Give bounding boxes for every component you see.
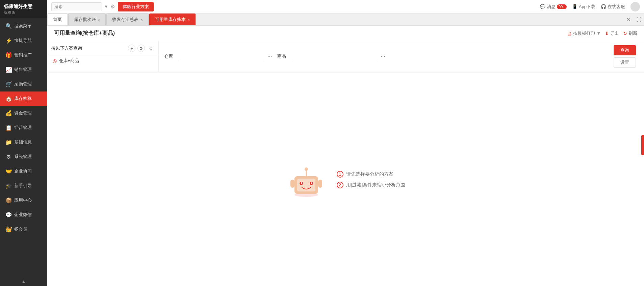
page-title: 可用量查询(按仓库+商品): [54, 30, 115, 37]
cart-icon: 🛒: [5, 81, 11, 87]
app-download-label: App下载: [579, 4, 595, 10]
tab-available-ledger-label: 可用量库存账本: [155, 17, 186, 23]
sidebar-item-search[interactable]: 🔍 搜索菜单: [0, 19, 47, 33]
sidebar-item-marketing[interactable]: 🎁 营销推广: [0, 48, 47, 62]
scheme-item-warehouse-goods[interactable]: ◎ 仓库+商品: [47, 55, 158, 67]
headset-icon: 🎧: [601, 4, 606, 9]
sidebar-item-enterprise-wechat[interactable]: 💬 企业微信: [0, 208, 47, 222]
page-content: 可用量查询(按仓库+商品) 🖨 按模板打印 ▼ ⬇ 导出 ↻ 刷新: [47, 26, 644, 286]
topbar-actions: 💬 消息 99+ 📱 App下载 🎧 在线客服: [540, 2, 640, 11]
warehouse-filter-ellipsis[interactable]: ···: [266, 53, 273, 59]
search-input[interactable]: [51, 2, 102, 11]
sidebar: 畅康通好生意 标准版 🔍 搜索菜单 ⚡ 快捷导航 🎁 营销推广 📈 销售管理 🛒…: [0, 0, 47, 286]
export-btn-label: 导出: [610, 30, 619, 36]
dropdown-icon[interactable]: ▼: [104, 4, 108, 9]
brand-tag: 标准版: [4, 10, 43, 15]
right-eye-shine: [311, 182, 312, 184]
refresh-btn-label: 刷新: [628, 30, 637, 36]
maximize-button[interactable]: ⛶: [634, 17, 644, 22]
sidebar-item-basic-info[interactable]: 📁 基础信息: [0, 135, 47, 150]
action-buttons: 查询 设置: [614, 45, 639, 68]
app-download-button[interactable]: 📱 App下载: [572, 4, 595, 10]
sidebar-item-shortcut[interactable]: ⚡ 快捷导航: [0, 33, 47, 48]
settings-scheme-button[interactable]: ⚙: [137, 45, 145, 52]
tab-home[interactable]: 首页: [47, 14, 68, 25]
sidebar-item-label: 畅会员: [14, 226, 27, 232]
sidebar-item-label: 经营管理: [14, 125, 32, 131]
print-template-button[interactable]: 🖨 按模板打印 ▼: [567, 30, 601, 36]
industry-solution-button[interactable]: 体验行业方案: [118, 2, 154, 11]
collapse-scheme-button[interactable]: «: [147, 45, 154, 52]
tab-batch-account-close[interactable]: ×: [98, 18, 100, 22]
search-icon: 🔍: [5, 23, 11, 29]
chart-icon: 📈: [5, 67, 11, 73]
settings-icon[interactable]: ⚙: [110, 3, 115, 10]
tab-batch-account-label: 库存批次账: [74, 17, 96, 23]
sidebar-item-label: 快捷导航: [14, 37, 32, 44]
sidebar-item-system[interactable]: ⚙ 系统管理: [0, 150, 47, 164]
warehouse-filter-input[interactable]: [180, 52, 264, 61]
handshake-icon: 🤝: [5, 168, 11, 175]
export-button[interactable]: ⬇ 导出: [605, 30, 619, 36]
goods-filter-ellipsis[interactable]: ···: [379, 53, 386, 59]
arm-right: [318, 180, 322, 188]
refresh-button[interactable]: ↻ 刷新: [623, 30, 637, 36]
sidebar-item-finance[interactable]: 💰 资金管理: [0, 106, 47, 121]
add-scheme-button[interactable]: +: [128, 45, 135, 52]
empty-hint-2: 2 用[过滤]条件来缩小分析范围: [337, 182, 406, 188]
sidebar-item-purchase[interactable]: 🛒 采购管理: [0, 77, 47, 92]
warehouse-filter-label: 仓库: [164, 53, 178, 59]
sidebar-item-app-center[interactable]: 📦 应用中心: [0, 193, 47, 208]
sidebar-item-sales[interactable]: 📈 销售管理: [0, 62, 47, 77]
scheme-panel: 按以下方案查询 + ⚙ « ◎ 仓库+商品: [47, 41, 159, 72]
message-icon: 💬: [540, 4, 545, 9]
main-content: ▼ ⚙ 体验行业方案 💬 消息 99+ 📱 App下载 🎧 在线客服 首页: [47, 0, 644, 286]
sidebar-item-enterprise[interactable]: 🤝 企业协同: [0, 164, 47, 179]
sidebar-item-inventory[interactable]: 🏠 库存核算: [0, 92, 47, 106]
sidebar-item-newbie[interactable]: 🎓 新手引导: [0, 179, 47, 193]
sidebar-item-label: 应用中心: [14, 197, 32, 203]
hint-number-1: 1: [337, 171, 343, 178]
query-area: 按以下方案查询 + ⚙ « ◎ 仓库+商品 仓库: [47, 41, 644, 72]
sidebar-item-vip[interactable]: 👑 畅会员: [0, 222, 47, 237]
user-avatar[interactable]: [630, 2, 640, 11]
export-icon: ⬇: [605, 31, 609, 36]
left-eye-shine: [301, 182, 302, 184]
hint-number-2: 2: [337, 182, 343, 188]
sidebar-item-label: 资金管理: [14, 110, 32, 116]
sidebar-item-label: 营销推广: [14, 52, 32, 58]
query-button[interactable]: 查询: [614, 45, 636, 55]
filter-area: 仓库 ··· 商品 ··· 查询 设置: [159, 41, 644, 72]
box-icon: 📦: [5, 197, 11, 204]
sidebar-item-label: 采购管理: [14, 81, 32, 87]
online-service-button[interactable]: 🎧 在线客服: [601, 4, 625, 10]
face-area: [297, 179, 315, 191]
message-label: 消息: [547, 4, 556, 10]
tab-home-label: 首页: [53, 17, 62, 23]
gear-icon: ⚙: [5, 154, 11, 160]
goods-filter-input[interactable]: [293, 52, 377, 61]
close-all-tabs-button[interactable]: ✕: [623, 16, 634, 23]
refresh-icon: ↻: [623, 31, 627, 36]
lightning-icon: ⚡: [5, 37, 11, 44]
goods-filter-group: 商品 ···: [277, 52, 386, 61]
tab-available-ledger[interactable]: 可用量库存账本 ×: [149, 14, 196, 25]
tab-receipt-summary[interactable]: 收发存汇总表 ×: [106, 14, 148, 25]
antenna-ball: [305, 167, 308, 171]
message-button[interactable]: 💬 消息 99+: [540, 4, 567, 10]
tab-available-ledger-close[interactable]: ×: [188, 18, 190, 22]
print-dropdown-icon[interactable]: ▼: [596, 31, 601, 36]
tab-batch-account[interactable]: 库存批次账 ×: [68, 14, 106, 25]
empty-text-block: 1 请先选择要分析的方案 2 用[过滤]条件来缩小分析范围: [337, 171, 406, 188]
sidebar-item-label: 新手引导: [14, 183, 32, 189]
money-icon: 💰: [5, 110, 11, 116]
tab-receipt-summary-close[interactable]: ×: [140, 18, 143, 22]
goods-filter-label: 商品: [277, 53, 291, 59]
graduation-icon: 🎓: [5, 183, 11, 189]
hint-text-1: 请先选择要分析的方案: [346, 171, 393, 177]
sidebar-item-operations[interactable]: 📋 经营管理: [0, 121, 47, 135]
settings-button[interactable]: 设置: [614, 57, 636, 68]
sidebar-scroll-up[interactable]: ▲: [0, 277, 47, 286]
topbar: ▼ ⚙ 体验行业方案 💬 消息 99+ 📱 App下载 🎧 在线客服: [47, 0, 644, 14]
topbar-search-area: ▼ ⚙: [51, 2, 115, 11]
